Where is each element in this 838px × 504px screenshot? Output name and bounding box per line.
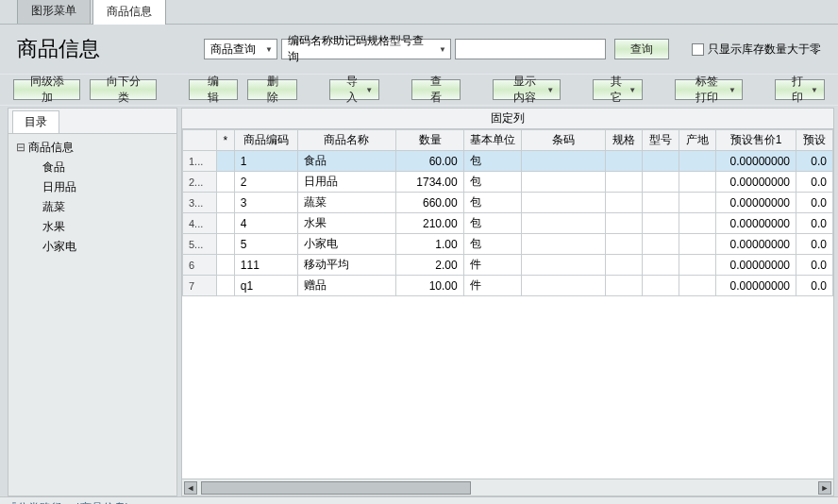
cell: 6 [183,255,217,276]
add-child-button[interactable]: 向下分类 [90,79,157,100]
cell: 0.0 [796,234,833,255]
column-header[interactable]: 数量 [396,130,463,151]
cell: 1734.00 [396,172,463,193]
cell: 4 [234,213,297,234]
cell: 包 [463,151,521,172]
tree-item[interactable]: 水果 [39,217,173,237]
import-button[interactable]: 导入▼ [329,79,379,100]
column-header[interactable]: 条码 [521,130,606,151]
cell: 0.00000000 [716,213,796,234]
add-sibling-button[interactable]: 同级添加 [13,79,80,100]
search-field-dropdown[interactable]: 编码名称助记码规格型号查询 ▼ [281,39,451,59]
tree-item[interactable]: 蔬菜 [39,197,173,217]
cell: 包 [463,172,521,193]
tree-item[interactable]: 日用品 [39,177,173,197]
cell: 件 [463,276,521,296]
cell: 210.00 [396,213,463,234]
cell [216,234,234,255]
cell: 食品 [297,151,396,172]
label-print-button[interactable]: 标签打印▼ [675,79,743,100]
tree-root[interactable]: 商品信息 [12,138,173,158]
cell: 0.00000000 [716,255,796,276]
column-header[interactable]: * [216,130,234,151]
table-row[interactable]: 1...1食品60.00包0.000000000.0 [183,151,833,172]
cell: 日用品 [297,172,396,193]
cell: 111 [234,255,297,276]
table-row[interactable]: 2...2日用品1734.00包0.000000000.0 [183,172,833,193]
column-header[interactable]: 基本单位 [463,130,521,151]
cell: q1 [234,276,297,296]
cell [521,193,606,213]
view-button[interactable]: 查看 [411,79,461,100]
table-row[interactable]: 4...4水果210.00包0.000000000.0 [183,213,833,234]
print-button[interactable]: 打印▼ [775,79,825,100]
scroll-thumb[interactable] [201,481,471,495]
tree-item[interactable]: 食品 [39,158,173,177]
column-header[interactable]: 预设售价1 [716,130,796,151]
other-button[interactable]: 其它▼ [593,79,643,100]
scroll-right-icon[interactable]: ► [818,481,831,495]
only-stock-checkbox[interactable]: 只显示库存数量大于零 [692,42,821,58]
cell [521,234,606,255]
tree-body: 商品信息 食品日用品蔬菜水果小家电 [8,133,176,496]
search-input[interactable] [455,39,606,59]
column-header[interactable]: 商品编码 [234,130,297,151]
edit-button[interactable]: 编辑 [189,79,239,100]
cell [643,255,679,276]
search-type-dropdown[interactable]: 商品查询 ▼ [204,39,277,59]
column-header[interactable]: 商品名称 [297,130,396,151]
cell: 3 [234,193,297,213]
table-row[interactable]: 6111移动平均2.00件0.000000000.0 [183,255,833,276]
chevron-down-icon: ▼ [811,86,818,94]
cell: 0.0 [796,276,833,296]
cell [679,193,716,213]
only-stock-label: 只显示库存数量大于零 [708,42,821,58]
cell: 660.00 [396,193,463,213]
cell: 4... [183,213,217,234]
cell: 包 [463,193,521,213]
tree-tab[interactable]: 目录 [12,110,59,133]
delete-button[interactable]: 删除 [247,79,297,100]
cell [643,213,679,234]
cell: 1... [183,151,217,172]
cell [216,172,234,193]
cell [679,213,716,234]
cell [643,193,679,213]
tab-graphics-menu[interactable]: 图形菜单 [17,0,91,24]
grid-hscrollbar[interactable]: ◄ ► [182,479,833,496]
tree-item[interactable]: 小家电 [39,237,173,257]
column-header[interactable]: 型号 [643,130,679,151]
cell: 0.00000000 [716,276,796,296]
display-content-button[interactable]: 显示内容▼ [493,79,561,100]
cell: 小家电 [297,234,396,255]
cell [216,276,234,296]
cell [216,255,234,276]
cell: 0.00000000 [716,234,796,255]
scroll-left-icon[interactable]: ◄ [184,481,197,495]
cell [521,172,606,193]
cell [643,276,679,296]
search-field-label: 编码名称助记码规格型号查询 [288,33,429,65]
cell [679,276,716,296]
table-row[interactable]: 5...5小家电1.00包0.000000000.0 [183,234,833,255]
cell: 水果 [297,213,396,234]
tree-panel: 目录 商品信息 食品日用品蔬菜水果小家电 [8,108,177,496]
cell: 0.0 [796,193,833,213]
toolbar: 同级添加 向下分类 编辑 删除 导入▼ 查看 显示内容▼ 其它▼ 标签打印▼ 打… [0,74,838,106]
query-button[interactable]: 查询 [614,39,669,59]
header-row: 商品信息 商品查询 ▼ 编码名称助记码规格型号查询 ▼ 查询 只显示库存数量大于… [0,25,838,74]
page-title: 商品信息 [17,35,100,63]
cell: 包 [463,213,521,234]
table-row[interactable]: 7q1赠品10.00件0.000000000.0 [183,276,833,296]
column-header[interactable]: 产地 [679,130,716,151]
cell: 0.0 [796,172,833,193]
cell: 2.00 [396,255,463,276]
column-header[interactable]: 预设 [796,130,833,151]
cell: 0.0 [796,151,833,172]
cell: 包 [463,234,521,255]
tab-product-info[interactable]: 商品信息 [92,0,166,25]
cell: 10.00 [396,276,463,296]
chevron-down-icon: ▼ [546,86,554,94]
table-row[interactable]: 3...3蔬菜660.00包0.000000000.0 [183,193,833,213]
column-header[interactable]: 规格 [606,130,643,151]
